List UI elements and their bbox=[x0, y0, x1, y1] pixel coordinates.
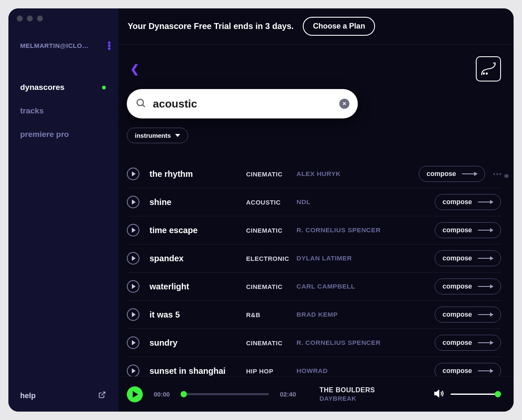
track-row: spandexELECTRONICDYLAN LATIMERcompose bbox=[127, 244, 501, 273]
track-row: sunset in shanghaiHIP HOPHOWRADcompose bbox=[127, 357, 501, 376]
track-title: sundry bbox=[150, 338, 246, 348]
arrow-right-icon bbox=[478, 314, 493, 315]
volume-slider[interactable] bbox=[451, 394, 501, 395]
svg-point-1 bbox=[483, 73, 485, 74]
play-icon bbox=[132, 284, 136, 289]
svg-point-3 bbox=[137, 99, 143, 105]
compose-button[interactable]: compose bbox=[435, 278, 501, 294]
arrow-right-icon bbox=[478, 258, 493, 259]
app-body: MELMARTIN@ICLO… ••• dynascores tracks pr… bbox=[8, 8, 514, 412]
play-track-button[interactable] bbox=[127, 224, 139, 236]
track-genre: R&B bbox=[246, 311, 296, 318]
filter-label: instruments bbox=[135, 132, 171, 139]
compose-button[interactable]: compose bbox=[435, 363, 501, 376]
track-genre: CINEMATIC bbox=[246, 283, 296, 290]
play-icon bbox=[132, 228, 136, 233]
track-row: it was 5R&BBRAD KEMPcompose bbox=[127, 301, 501, 329]
zoom-dot[interactable] bbox=[37, 16, 43, 21]
play-icon bbox=[132, 312, 136, 317]
progress-bar[interactable] bbox=[181, 393, 269, 395]
arrow-right-icon bbox=[478, 230, 493, 231]
play-track-button[interactable] bbox=[127, 252, 139, 265]
now-playing: THE BOULDERS DAYBREAK bbox=[320, 386, 423, 402]
track-artist: DYLAN LATIMER bbox=[296, 255, 435, 262]
compose-button[interactable]: compose bbox=[435, 335, 501, 351]
chevron-down-icon bbox=[175, 134, 180, 137]
search-input[interactable] bbox=[153, 97, 333, 110]
player-bar: 00:00 02:40 THE BOULDERS DAYBREAK bbox=[118, 376, 514, 412]
sidebar: MELMARTIN@ICLO… ••• dynascores tracks pr… bbox=[8, 8, 118, 412]
sidebar-item-tracks[interactable]: tracks bbox=[8, 102, 118, 120]
track-genre: CINEMATIC bbox=[246, 171, 296, 178]
track-row: waterlightCINEMATICCARL CAMPBELLcompose bbox=[127, 273, 501, 301]
play-track-button[interactable] bbox=[127, 280, 139, 293]
compose-button[interactable]: compose bbox=[435, 250, 501, 266]
play-track-button[interactable] bbox=[127, 365, 139, 376]
compose-button[interactable]: compose bbox=[435, 222, 501, 238]
arrow-right-icon bbox=[462, 173, 477, 174]
search-box bbox=[127, 89, 358, 118]
main-content: Your Dynascore Free Trial ends in 3 days… bbox=[118, 8, 514, 412]
active-indicator-icon bbox=[102, 86, 106, 89]
compose-label: compose bbox=[443, 198, 472, 206]
compose-label: compose bbox=[427, 170, 456, 178]
search-icon bbox=[135, 97, 146, 110]
volume-handle[interactable] bbox=[495, 391, 501, 397]
track-title: waterlight bbox=[150, 282, 246, 291]
svg-marker-5 bbox=[435, 390, 439, 396]
compose-label: compose bbox=[443, 226, 472, 234]
track-row: sundryCINEMATICR. CORNELIUS SPENCERcompo… bbox=[127, 329, 501, 357]
instruments-filter[interactable]: instruments bbox=[127, 128, 188, 143]
svg-line-0 bbox=[102, 392, 105, 395]
track-row: the rhythmCINEMATICALEX HURYKcompose⋯ bbox=[127, 160, 501, 188]
help-link[interactable]: help bbox=[8, 380, 118, 412]
arrow-right-icon bbox=[478, 202, 493, 202]
play-button[interactable] bbox=[127, 386, 143, 402]
play-track-button[interactable] bbox=[127, 196, 139, 208]
arrow-right-icon bbox=[478, 342, 493, 343]
track-artist: R. CORNELIUS SPENCER bbox=[296, 339, 435, 346]
minimize-dot[interactable] bbox=[27, 16, 33, 21]
play-track-button[interactable] bbox=[127, 308, 139, 321]
scrollbar[interactable] bbox=[504, 174, 509, 178]
close-dot[interactable] bbox=[17, 16, 23, 21]
play-icon bbox=[132, 368, 136, 373]
kebab-menu-icon[interactable]: ••• bbox=[108, 41, 110, 50]
track-row: time escapeCINEMATICR. CORNELIUS SPENCER… bbox=[127, 216, 501, 244]
play-track-button[interactable] bbox=[127, 336, 139, 349]
compose-label: compose bbox=[443, 255, 472, 262]
user-email: MELMARTIN@ICLO… bbox=[20, 42, 89, 49]
track-genre: ACOUSTIC bbox=[246, 199, 296, 206]
volume-icon[interactable] bbox=[434, 388, 445, 401]
track-title: spandex bbox=[150, 254, 246, 263]
track-genre: CINEMATIC bbox=[246, 339, 296, 346]
sidebar-item-label: tracks bbox=[20, 106, 44, 116]
compose-button[interactable]: compose bbox=[435, 307, 501, 323]
compose-button[interactable]: compose bbox=[419, 166, 485, 182]
clear-search-icon[interactable] bbox=[339, 99, 349, 109]
trial-banner: Your Dynascore Free Trial ends in 3 days… bbox=[118, 8, 514, 45]
play-icon bbox=[132, 200, 136, 205]
volume-control bbox=[434, 388, 501, 401]
choose-plan-button[interactable]: Choose a Plan bbox=[303, 17, 375, 36]
track-title: the rhythm bbox=[150, 169, 246, 179]
track-title: time escape bbox=[150, 226, 246, 235]
banner-text: Your Dynascore Free Trial ends in 3 days… bbox=[128, 21, 294, 31]
back-icon[interactable]: ❮ bbox=[127, 61, 143, 77]
now-playing-title: THE BOULDERS bbox=[320, 386, 423, 394]
sidebar-item-dynascores[interactable]: dynascores bbox=[8, 79, 118, 96]
play-track-button[interactable] bbox=[127, 168, 139, 180]
filter-row: instruments bbox=[118, 118, 514, 147]
track-title: it was 5 bbox=[150, 310, 246, 320]
track-artist: BRAD KEMP bbox=[296, 311, 435, 318]
compose-button[interactable]: compose bbox=[435, 194, 501, 210]
play-icon bbox=[132, 256, 136, 261]
progress-handle[interactable] bbox=[181, 391, 187, 397]
track-genre: HIP HOP bbox=[246, 368, 296, 375]
compose-label: compose bbox=[443, 367, 472, 375]
play-icon bbox=[132, 340, 136, 345]
track-genre: CINEMATIC bbox=[246, 227, 296, 234]
search-wrap bbox=[118, 81, 514, 118]
top-row: ❮ bbox=[118, 45, 514, 81]
sidebar-item-premiere-pro[interactable]: premiere pro bbox=[8, 126, 118, 143]
